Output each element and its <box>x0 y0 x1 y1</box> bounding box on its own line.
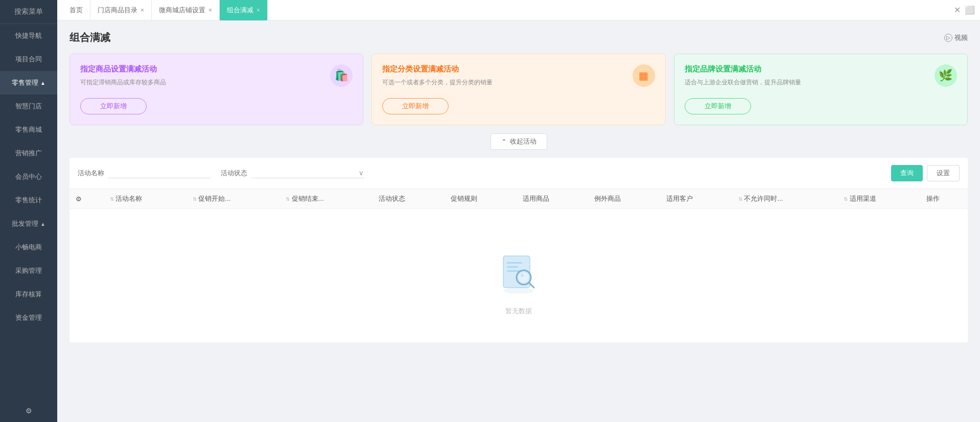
product-card-icon: 🛍️ <box>330 64 353 87</box>
filter-row: 活动名称 活动状态 ∨ 查询 设置 <box>69 158 968 189</box>
activity-name-input[interactable] <box>108 168 211 178</box>
activity-status-label: 活动状态 <box>221 169 247 178</box>
th-activity-status: 活动状态 <box>372 189 445 209</box>
th-settings[interactable]: ⚙ <box>69 189 104 209</box>
brand-activity-card: 🌿 指定品牌设置满减活动 适合与上游企业联合做营销，提升品牌销量 立即新增 <box>674 54 968 125</box>
sidebar-item-label: 项目合同 <box>15 55 42 64</box>
sidebar-item-label: 零售管理 <box>12 78 38 87</box>
filter-actions: 查询 设置 <box>891 165 960 181</box>
maximize-icon[interactable]: ⬜ <box>965 5 975 15</box>
tab-label: 微商城店铺设置 <box>159 6 205 15</box>
sidebar-item-purchase-mgmt[interactable]: 采购管理 <box>0 259 57 283</box>
tab-close-icon[interactable]: × <box>141 7 144 14</box>
product-activity-card: 🛍️ 指定商品设置满减活动 可指定滞销商品或库存较多商品 立即新增 <box>69 54 363 125</box>
sidebar-item-marketing[interactable]: 营销推广 <box>0 142 57 165</box>
page-title: 组合满减 <box>69 31 110 44</box>
empty-row: 暂无数据 <box>69 209 968 343</box>
chevron-up-icon: ▲ <box>40 80 45 86</box>
sidebar-item-retail-stats[interactable]: 零售统计 <box>0 189 57 212</box>
svg-point-8 <box>521 274 524 277</box>
th-promo-end[interactable]: ⇅ 促销结束... <box>279 189 372 209</box>
tab-combo-discount[interactable]: 组合满减 × <box>220 0 268 20</box>
sidebar-item-label: 小畅电商 <box>15 243 42 252</box>
category-activity-card: ▦ 指定分类设置满减活动 可选一个或者多个分类，提升分类的销量 立即新增 <box>371 54 665 125</box>
tab-close-icon[interactable]: × <box>208 7 212 14</box>
gear-icon: ⚙ <box>76 195 82 203</box>
sidebar-item-label: 零售商城 <box>15 125 42 134</box>
product-card-title: 指定商品设置满减活动 <box>80 64 353 74</box>
video-link[interactable]: ▷ 视频 <box>944 33 968 42</box>
sidebar-item-wholesale-mgmt[interactable]: 批发管理 ▲ <box>0 212 57 236</box>
setting-button[interactable]: 设置 <box>927 165 960 181</box>
tab-bar: 首页 门店商品目录 × 微商城店铺设置 × 组合满减 × ✕ ⬜ <box>57 0 980 20</box>
category-card-add-button[interactable]: 立即新增 <box>382 98 449 114</box>
empty-cell: 暂无数据 <box>69 209 968 343</box>
table-header-row: ⚙ ⇅ 活动名称 ⇅ 促销开始... ⇅ 促销结束... <box>69 189 968 209</box>
video-label: 视频 <box>954 33 968 42</box>
brand-card-title: 指定品牌设置满减活动 <box>685 64 957 74</box>
collapse-bar: ⌃ 收起活动 <box>69 133 968 150</box>
query-button[interactable]: 查询 <box>891 165 923 181</box>
sidebar-item-label: 资金管理 <box>15 313 42 322</box>
svg-rect-3 <box>507 266 518 268</box>
sidebar-item-retail-mgmt[interactable]: 零售管理 ▲ <box>0 71 57 95</box>
sidebar-item-retail-mall[interactable]: 零售商城 <box>0 118 57 142</box>
sidebar-item-member-center[interactable]: 会员中心 <box>0 165 57 189</box>
close-icon[interactable]: ✕ <box>954 5 961 15</box>
th-operation: 操作 <box>920 189 968 209</box>
empty-state: 暂无数据 <box>76 215 962 336</box>
tab-store-catalog[interactable]: 门店商品目录 × <box>90 0 152 20</box>
product-card-desc: 可指定滞销商品或库存较多商品 <box>80 78 353 87</box>
collapse-label: 收起活动 <box>510 137 536 146</box>
th-promo-start[interactable]: ⇅ 促销开始... <box>186 189 279 209</box>
tab-home[interactable]: 首页 <box>62 0 90 20</box>
sidebar-item-finance-mgmt[interactable]: 资金管理 <box>0 306 57 330</box>
th-exception-goods: 例外商品 <box>588 189 660 209</box>
sort-icon: ⇅ <box>738 196 742 202</box>
th-activity-name[interactable]: ⇅ 活动名称 <box>104 189 186 209</box>
sort-icon: ⇅ <box>286 196 290 202</box>
svg-point-0 <box>503 288 534 294</box>
main-area: 首页 门店商品目录 × 微商城店铺设置 × 组合满减 × ✕ ⬜ 组合满减 ▷ … <box>57 0 980 422</box>
sidebar-item-label: 采购管理 <box>15 266 42 275</box>
chevron-down-icon: ▲ <box>40 221 45 227</box>
chevron-down-icon: ∨ <box>359 169 364 177</box>
sidebar-item-inventory[interactable]: 库存核算 <box>0 283 57 306</box>
activity-status-filter: 活动状态 ∨ <box>221 168 364 178</box>
sidebar-item-smart-store[interactable]: 智慧门店 <box>0 95 57 118</box>
empty-illustration <box>493 246 544 297</box>
sidebar-item-quick-nav[interactable]: 快捷导航 <box>0 24 57 48</box>
brand-card-add-button[interactable]: 立即新增 <box>685 98 751 114</box>
collapse-button[interactable]: ⌃ 收起活动 <box>491 133 547 150</box>
sidebar-item-label: 会员中心 <box>15 172 42 181</box>
empty-text: 暂无数据 <box>76 307 962 316</box>
sort-icon: ⇅ <box>844 196 848 202</box>
sidebar-item-project-contract[interactable]: 项目合同 <box>0 48 57 71</box>
sidebar-item-label: 智慧门店 <box>15 102 42 111</box>
sidebar-item-label: 批发管理 <box>12 219 38 228</box>
sidebar-search[interactable]: 搜索菜单 <box>0 0 57 24</box>
cards-row: 🛍️ 指定商品设置满减活动 可指定滞销商品或库存较多商品 立即新增 ▦ 指定分类… <box>69 54 968 125</box>
sort-icon: ⇅ <box>110 196 114 202</box>
th-not-allow-concurrent[interactable]: ⇅ 不允许同时... <box>732 189 837 209</box>
activity-status-select[interactable]: ∨ <box>251 168 364 178</box>
tab-close-icon[interactable]: × <box>256 7 260 14</box>
play-icon: ▷ <box>944 34 952 42</box>
tab-label: 组合满减 <box>227 6 253 15</box>
svg-point-6 <box>519 272 529 283</box>
th-promo-rule: 促销规则 <box>445 189 517 209</box>
sort-icon: ⇅ <box>193 196 197 202</box>
table-body: 暂无数据 <box>69 209 968 343</box>
th-applicable-customer: 适用客户 <box>660 189 732 209</box>
category-card-title: 指定分类设置满减活动 <box>382 64 655 74</box>
sidebar-item-xiaochang[interactable]: 小畅电商 <box>0 236 57 259</box>
product-card-add-button[interactable]: 立即新增 <box>80 98 147 114</box>
window-controls: ✕ ⬜ <box>954 5 975 15</box>
th-applicable-channel[interactable]: ⇅ 适用渠道 <box>837 189 920 209</box>
sidebar-item-label: 快捷导航 <box>15 31 42 40</box>
settings-icon[interactable]: ⚙ <box>0 400 57 422</box>
page-header: 组合满减 ▷ 视频 <box>69 31 968 44</box>
th-applicable-goods: 适用商品 <box>517 189 589 209</box>
sidebar-item-label: 零售统计 <box>15 196 42 205</box>
tab-wechat-store[interactable]: 微商城店铺设置 × <box>152 0 220 20</box>
